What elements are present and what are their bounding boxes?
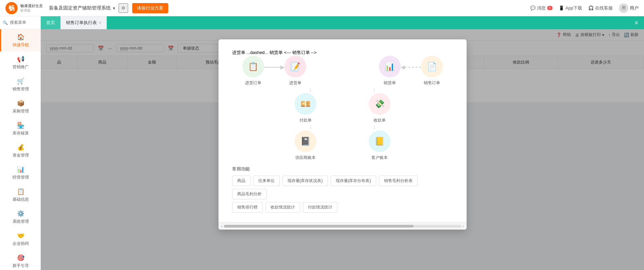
purchase-bill-node[interactable]: 📝 进货单 <box>284 56 306 86</box>
sidebar-item-finance[interactable]: 💰 资金管理 <box>0 140 40 162</box>
sales-bill-circle: 📊 <box>379 56 401 77</box>
message-label: 消息 <box>537 5 546 11</box>
tab-bar-right: ✕ <box>631 20 644 26</box>
func-btn-sales-margin[interactable]: 销售毛利分析表 <box>379 176 418 186</box>
sidebar-item-newbie[interactable]: 🎯 新手引导 <box>0 250 40 270</box>
app-download-label: App下载 <box>565 5 582 11</box>
close-all-tabs-button[interactable]: ✕ <box>631 19 641 27</box>
search-menu[interactable]: 🔍 搜索菜单 <box>0 16 40 29</box>
common-func-section: 常用功能 商品 往来单位 现存量(库存状况表) 现存量(库存分布表) 销售毛利分… <box>232 166 453 213</box>
sales-order-flow-node[interactable]: 📄 销售订单 <box>421 56 443 86</box>
sales-icon: 🛒 <box>17 77 24 85</box>
inventory-icon: 🏪 <box>17 122 24 129</box>
func-btns-row1: 商品 往来单位 现存量(库存状况表) 现存量(库存分布表) 销售毛利分析表 商品… <box>232 176 453 199</box>
logo-icon: 畅 <box>5 2 18 14</box>
search-icon: 🔍 <box>3 20 8 25</box>
purchase-order-circle: 📋 <box>242 56 264 77</box>
sales-bill-node[interactable]: 📊 销货单 <box>379 56 401 86</box>
customer-ledger-node[interactable]: 📒 客户账本 <box>369 130 390 161</box>
online-service-item[interactable]: 🎧 在线客服 <box>588 5 613 11</box>
func-btn-receipt-stats[interactable]: 收款情况统计 <box>265 202 300 213</box>
func-btn-payment-stats[interactable]: 付款情况统计 <box>303 202 337 213</box>
receipt-bill-node[interactable]: 💸 收款单 <box>369 93 390 123</box>
tab-home-label: 首页 <box>46 20 55 26</box>
newbie-icon: 🎯 <box>17 254 24 262</box>
modal-scrollbar: ‹ › <box>219 222 467 230</box>
scroll-right-btn[interactable]: › <box>463 224 464 229</box>
sidebar: 🔍 搜索菜单 🏠 快捷导航 📢 营销推广 🛒 销售管理 📦 采购管理 🏪 库存核… <box>0 16 41 270</box>
enterprise-icon: 🤝 <box>17 232 24 239</box>
func-btn-stock-dist[interactable]: 现存量(库存分布表) <box>331 176 376 186</box>
sidebar-label-purchase: 采购管理 <box>13 108 29 114</box>
sidebar-item-inventory[interactable]: 🏪 库存核算 <box>0 118 40 140</box>
scrollbar-thumb <box>224 225 414 228</box>
sidebar-item-sales[interactable]: 🛒 销售管理 <box>0 73 40 95</box>
customer-ledger-label: 客户账本 <box>371 155 388 161</box>
sidebar-item-operations[interactable]: 📊 经营管理 <box>0 162 40 184</box>
avatar: 用 <box>619 3 628 13</box>
tab-sales-order[interactable]: 销售订单执行表 × <box>60 16 107 29</box>
download-icon: 📱 <box>559 5 564 11</box>
customer-ledger-circle: 📒 <box>369 130 390 152</box>
func-btns-row2: 销售排行榜 收款情况统计 付款情况统计 <box>232 202 453 213</box>
sidebar-label-sales: 销售管理 <box>13 86 29 92</box>
content-area: 首页 销售订单执行表 × ✕ ❓ 帮助 🖨 按模板打印 ▾ <box>41 16 644 270</box>
purchase-icon: 📦 <box>17 100 24 107</box>
modal-content: 进货单 ...dashed... 销货单 <--- 销售订单 --> 📋 进货订… <box>219 39 467 222</box>
payment-bill-circle: 💴 <box>295 93 316 115</box>
tab-sales-order-label: 销售订单执行表 <box>66 20 97 26</box>
sidebar-label-finance: 资金管理 <box>13 152 29 158</box>
func-btn-sales-rank[interactable]: 销售排行榜 <box>232 202 263 213</box>
tab-bar: 首页 销售订单执行表 × ✕ <box>41 16 644 29</box>
header-right: 💬 消息 5 📱 App下载 🎧 在线客服 用 用户 <box>530 3 639 13</box>
sales-order-flow-label: 销售订单 <box>424 80 440 86</box>
sidebar-item-system[interactable]: ⚙️ 系统管理 <box>0 206 40 228</box>
receipt-bill-label: 收款单 <box>373 118 386 123</box>
message-icon: 💬 <box>530 5 536 11</box>
basic-info-icon: 📋 <box>17 188 24 195</box>
purchase-order-label: 进货订单 <box>245 80 261 86</box>
modal-overlay[interactable]: 进货单 ...dashed... 销货单 <--- 销售订单 --> 📋 进货订… <box>41 29 644 270</box>
sidebar-item-quick-nav[interactable]: 🏠 快捷导航 <box>0 29 40 51</box>
common-func-title: 常用功能 <box>232 166 453 172</box>
sidebar-item-basic-info[interactable]: 📋 基础信息 <box>0 184 40 206</box>
tab-home[interactable]: 首页 <box>41 16 60 29</box>
supplier-ledger-circle: 📓 <box>295 130 316 152</box>
scroll-left-btn[interactable]: ‹ <box>221 224 223 229</box>
supplier-ledger-node[interactable]: 📓 供应商账本 <box>295 130 316 161</box>
func-btn-counterparty[interactable]: 往来单位 <box>253 176 280 186</box>
sidebar-item-enterprise[interactable]: 🤝 企业协同 <box>0 228 40 250</box>
sales-bill-label: 销货单 <box>384 80 396 86</box>
purchase-order-node[interactable]: 📋 进货订单 <box>242 56 264 86</box>
user-item[interactable]: 用 用户 <box>619 3 639 13</box>
sidebar-label-marketing: 营销推广 <box>13 64 29 70</box>
func-btn-stock-status[interactable]: 现存量(库存状况表) <box>282 176 328 186</box>
trial-button[interactable]: 体验行业方案 <box>132 3 168 13</box>
message-badge: 5 <box>547 6 553 10</box>
sidebar-label-inventory: 库存核算 <box>13 130 29 136</box>
func-btn-product-margin[interactable]: 商品毛利分析 <box>232 189 267 199</box>
headset-icon: 🎧 <box>588 5 594 11</box>
supplier-ledger-label: 供应商账本 <box>295 155 316 161</box>
message-item[interactable]: 💬 消息 5 <box>530 5 553 11</box>
system-dropdown-btn[interactable]: ▾ <box>113 5 115 11</box>
finance-icon: 💰 <box>17 144 24 151</box>
search-menu-label: 搜索菜单 <box>10 20 26 25</box>
purchase-bill-label: 进货单 <box>289 80 301 86</box>
payment-bill-node[interactable]: 💴 付款单 <box>295 93 316 123</box>
sidebar-label-enterprise: 企业协同 <box>13 241 29 247</box>
func-btn-product[interactable]: 商品 <box>232 176 250 186</box>
logo-area: 畅 畅康通好生意 标准版 <box>5 2 46 14</box>
app-download-item[interactable]: 📱 App下载 <box>559 5 582 11</box>
settings-button[interactable]: ⚙ <box>119 3 128 13</box>
sidebar-label-system: 系统管理 <box>13 219 29 224</box>
system-title: 装备及固定资产辅助管理系统 ▾ <box>49 5 115 11</box>
receipt-bill-circle: 💸 <box>369 93 390 115</box>
tab-close-icon[interactable]: × <box>99 20 101 25</box>
sidebar-item-purchase[interactable]: 📦 采购管理 <box>0 95 40 118</box>
sidebar-item-marketing[interactable]: 📢 营销推广 <box>0 51 40 73</box>
sidebar-label-basic-info: 基础信息 <box>13 197 29 202</box>
sales-order-circle: 📄 <box>421 56 443 77</box>
scrollbar-track[interactable] <box>224 225 461 228</box>
payment-bill-label: 付款单 <box>299 118 312 123</box>
